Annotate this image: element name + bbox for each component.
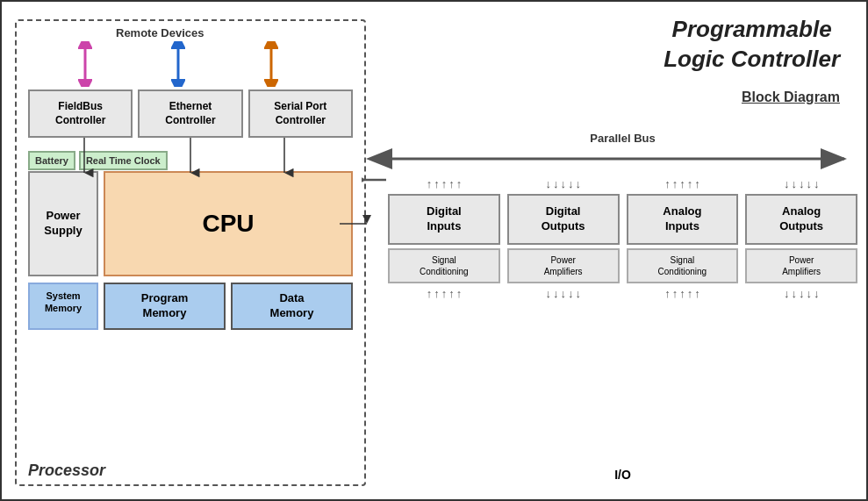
main-row: PowerSupply CPU xyxy=(28,171,353,276)
analog-inputs-box: AnalogInputs xyxy=(627,194,739,245)
main-container: Processor Remote Devices xyxy=(0,0,868,501)
ao-down-arrow-3: ↓ xyxy=(799,177,805,190)
ao-down-arrow-4: ↓ xyxy=(806,177,812,190)
digital-outputs-sub: PowerAmplifiers xyxy=(507,248,620,283)
ao-out-arrow-3: ↓ xyxy=(799,287,805,300)
digital-inputs-column: ↑ ↑ ↑ ↑ ↑ DigitalInputs SignalConditioni… xyxy=(388,177,500,300)
analog-outputs-column: ↓ ↓ ↓ ↓ ↓ AnalogOutputs PowerAmplifiers … xyxy=(745,177,857,300)
ao-down-arrow-1: ↓ xyxy=(784,177,790,190)
di-in-arrow-5: ↑ xyxy=(456,287,463,300)
di-in-arrow-2: ↑ xyxy=(434,287,440,300)
ai-in-arrow-1: ↑ xyxy=(664,287,671,300)
parallel-bus-arrow xyxy=(363,147,853,175)
do-out-arrow-2: ↓ xyxy=(553,287,559,300)
analog-inputs-sub: SignalConditioning xyxy=(627,248,739,283)
analog-inputs-column: ↑ ↑ ↑ ↑ ↑ AnalogInputs SignalConditionin… xyxy=(627,177,739,300)
left-side: Processor Remote Devices xyxy=(2,2,379,499)
ethernet-controller: EthernetController xyxy=(138,89,242,138)
analog-outputs-box: AnalogOutputs xyxy=(745,194,857,245)
do-out-arrow-4: ↓ xyxy=(568,287,574,300)
ai-up-arrow-5: ↑ xyxy=(694,177,700,190)
digital-outputs-column: ↓ ↓ ↓ ↓ ↓ DigitalOutputs PowerAmplifiers… xyxy=(507,177,620,300)
plc-title-text: ProgrammableLogic Controller xyxy=(664,16,840,72)
di-in-arrow-3: ↑ xyxy=(441,287,448,300)
data-memory-box: DataMemory xyxy=(231,283,353,330)
cpu-box: CPU xyxy=(104,171,353,276)
do-down-arrow-5: ↓ xyxy=(575,177,581,190)
ao-out-arrow-2: ↓ xyxy=(791,287,797,300)
do-down-arrow-3: ↓ xyxy=(560,177,566,190)
di-up-arrow-1: ↑ xyxy=(427,177,433,190)
do-down-arrow-1: ↓ xyxy=(545,177,551,190)
serial-port-controller: Serial PortController xyxy=(248,89,353,138)
ai-in-arrow-3: ↑ xyxy=(679,287,685,300)
cpu-bus-arrow xyxy=(362,168,388,194)
ao-down-arrow-2: ↓ xyxy=(791,177,797,190)
power-supply-box: PowerSupply xyxy=(28,171,98,276)
ai-up-arrow-2: ↑ xyxy=(672,177,678,190)
di-up-arrow-4: ↑ xyxy=(448,177,455,190)
ao-out-arrow-1: ↓ xyxy=(784,287,790,300)
ao-out-arrow-4: ↓ xyxy=(806,287,812,300)
remote-devices-label: Remote Devices xyxy=(116,26,204,39)
battery-box: Battery xyxy=(28,151,75,170)
program-memory-box: ProgramMemory xyxy=(104,283,226,330)
right-side: ProgrammableLogic Controller Block Diagr… xyxy=(379,2,866,499)
io-columns: ↑ ↑ ↑ ↑ ↑ DigitalInputs SignalConditioni… xyxy=(388,177,857,300)
do-down-arrow-4: ↓ xyxy=(568,177,574,190)
ao-out-arrow-5: ↓ xyxy=(814,287,820,300)
rtc-box: Real Time Clock xyxy=(79,151,168,170)
do-out-arrow-5: ↓ xyxy=(575,287,581,300)
processor-label: Processor xyxy=(28,462,105,480)
ai-up-arrow-4: ↑ xyxy=(687,177,693,190)
do-out-arrow-1: ↓ xyxy=(545,287,551,300)
plc-title: ProgrammableLogic Controller xyxy=(664,15,840,75)
serial-arrow xyxy=(264,41,278,87)
di-up-arrow-3: ↑ xyxy=(441,177,448,190)
analog-outputs-sub: PowerAmplifiers xyxy=(745,248,857,283)
ai-in-arrow-4: ↑ xyxy=(687,287,693,300)
di-in-arrow-4: ↑ xyxy=(448,287,455,300)
fieldbus-controller: FieldBusController xyxy=(28,89,133,138)
ethernet-arrow xyxy=(171,41,185,87)
ai-up-arrow-3: ↑ xyxy=(679,177,685,190)
do-down-arrow-2: ↓ xyxy=(553,177,559,190)
memory-row: SystemMemory ProgramMemory DataMemory xyxy=(28,283,353,330)
ao-down-arrow-5: ↓ xyxy=(814,177,820,190)
ai-in-arrow-5: ↑ xyxy=(694,287,700,300)
digital-outputs-box: DigitalOutputs xyxy=(507,194,620,245)
system-memory-box: SystemMemory xyxy=(28,283,98,330)
do-out-arrow-3: ↓ xyxy=(560,287,566,300)
digital-inputs-box: DigitalInputs xyxy=(388,194,500,245)
digital-inputs-sub: SignalConditioning xyxy=(388,248,500,283)
fieldbus-arrow xyxy=(78,41,92,87)
battery-rtc-row: Battery Real Time Clock xyxy=(28,151,168,170)
io-label: I/O xyxy=(379,468,866,482)
controller-row: FieldBusController EthernetController Se… xyxy=(28,89,353,138)
di-up-arrow-2: ↑ xyxy=(434,177,440,190)
di-up-arrow-5: ↑ xyxy=(456,177,463,190)
ai-in-arrow-2: ↑ xyxy=(672,287,678,300)
block-diagram-label: Block Diagram xyxy=(742,89,840,105)
ai-up-arrow-1: ↑ xyxy=(664,177,671,190)
parallel-bus-label: Parallel Bus xyxy=(388,132,857,145)
di-in-arrow-1: ↑ xyxy=(427,287,433,300)
